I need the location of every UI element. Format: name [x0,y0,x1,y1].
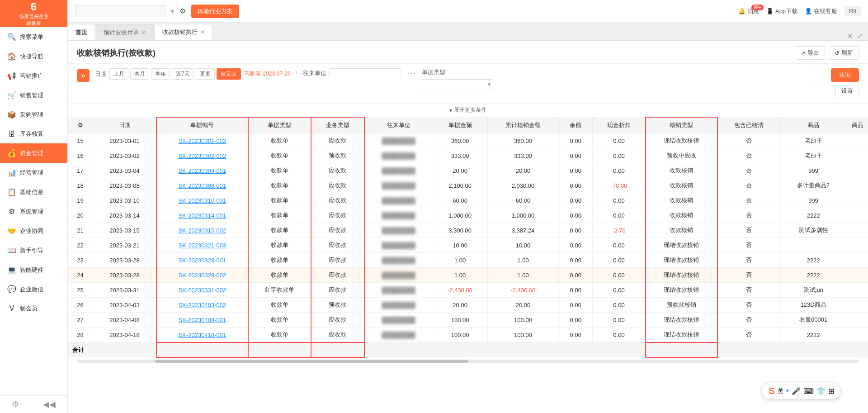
sidebar-item-ops[interactable]: 📊 经营管理 [0,163,67,182]
cell-bill-type: 收款单 [248,148,311,163]
mic-icon[interactable]: 🎤 [792,387,801,395]
sidebar-settings-icon[interactable]: ⚙ [12,399,19,409]
online-service-button[interactable]: 👤 在线客服 [805,7,837,15]
cell-verify-amount: 100.00 [487,328,559,343]
grid-icon[interactable]: ⊞ [828,387,834,395]
sidebar-collapse-icon[interactable]: ◀◀ [43,399,56,409]
cell-counterpart: ████████ [364,313,433,328]
filter-toggle-button[interactable]: » [77,69,90,82]
cell-verify-type: 现结收款核销 [646,328,717,343]
cell-product2 [847,178,868,193]
tab-collection-close[interactable]: ✕ [200,29,205,35]
topbar-search-input[interactable] [75,5,165,17]
sidebar-item-guide[interactable]: 📖 新手引导 [0,241,67,260]
phone-icon: 📱 [766,8,774,14]
sidebar-item-finance[interactable]: 💰 资金管理 [0,143,67,163]
col-header-date[interactable]: 日期 [93,117,156,133]
filter-counterpart-label: 往来单位 [303,69,326,77]
sidebar-item-quicknav[interactable]: 🏠 快捷导航 [0,47,67,66]
shirt-icon[interactable]: 👕 [816,387,826,395]
cell-no: 21 [68,223,93,238]
query-button[interactable]: 查询 [831,68,859,82]
tab-expand-icon[interactable]: ⤢ [857,32,863,40]
solution-button[interactable]: 体验行业方案 [191,5,239,18]
col-header-settings[interactable]: ⚙ [68,117,93,133]
user-name[interactable]: Rit [844,6,861,16]
sidebar-item-system[interactable]: ⚙ 系统管理 [0,202,67,221]
sidebar-bottom: ⚙ ◀◀ [0,395,67,413]
cell-bill-type: 收款单 [248,253,311,268]
col-header-bill-type[interactable]: 单据类型 [248,117,311,133]
setting-button[interactable]: 设置 [835,84,859,98]
col-header-product[interactable]: 商品 [780,117,847,133]
sidebar-label-hardware: 智能硬件 [20,266,43,274]
tab-close-all-icon[interactable]: ✕ [847,32,853,40]
col-header-verify-amount[interactable]: 累计核销金额 [487,117,559,133]
filter-date-thismonth[interactable]: 本月 [130,68,149,80]
col-header-balance[interactable]: 余额 [559,117,593,133]
filter-date-7days[interactable]: 近7天 [172,68,194,80]
cell-no: 28 [68,328,93,343]
refresh-icon: ↺ [835,50,840,57]
sidebar-item-corp[interactable]: 🤝 企业协同 [0,221,67,241]
keyboard-icon[interactable]: ⌨ [803,387,814,395]
cell-bill-amount: 60.00 [433,193,487,208]
cell-verify-amount: 60.00 [487,193,559,208]
sidebar-item-member[interactable]: V 畅会员 [0,299,67,318]
sidebar-item-inventory[interactable]: 🗄 库存核算 [0,124,67,143]
tab-preorder-close[interactable]: ✕ [142,29,146,36]
export-label: 导出 [807,49,819,57]
messages-button[interactable]: 🔔 消息 99+ [738,7,759,15]
col-header-bill-no[interactable]: 单据编号 [156,117,248,133]
cell-verify-type: 现结收款核销 [646,268,717,283]
sidebar-item-wechat[interactable]: 💬 企业微信 [0,280,67,299]
topbar-gear-icon[interactable]: ⚙ [179,7,186,15]
col-header-bill-amount[interactable]: 单据金额 [433,117,487,133]
cell-balance: 0.00 [559,208,593,223]
col-header-include-settled[interactable]: 包含已结清 [717,117,780,133]
filter-date-custom[interactable]: 自定义 [217,68,241,80]
export-button[interactable]: ↗ 导出 [795,46,825,60]
tab-preorder-label: 预计应收付单 [104,28,139,37]
col-header-cash-discount[interactable]: 现金折扣 [593,117,646,133]
app-download-button[interactable]: 📱 App下载 [766,7,797,15]
tab-collection[interactable]: 收款核销执行 ✕ [155,24,212,40]
cell-product: 老白干 [780,133,847,148]
sidebar-item-hardware[interactable]: 💻 智能硬件 [0,260,67,280]
bill-type-input[interactable] [422,79,494,89]
sidebar-item-purchase[interactable]: 📦 采购管理 [0,105,67,124]
col-header-counterpart[interactable]: 往来单位 [364,117,433,133]
marketing-icon: 📢 [7,71,16,80]
col-header-product2[interactable]: 商品 [847,117,868,133]
filter-date-more[interactable]: 更多 [196,68,215,80]
cell-include-settled: 否 [717,163,780,178]
refresh-button[interactable]: ↺ 刷新 [829,46,859,60]
search-icon: 🔍 [7,33,16,41]
horizontal-scrollbar[interactable] [155,360,468,363]
cell-bill-no: SK-20230418-001 [156,328,248,343]
filter-date-lastmonth[interactable]: 上月 [109,68,128,80]
tab-home[interactable]: 首页 [68,24,95,40]
cell-date: 2023-03-21 [93,238,156,253]
cell-no: 23 [68,253,93,268]
col-header-verify-type[interactable]: 核销类型 [646,117,717,133]
tab-preorder[interactable]: 预计应收付单 ✕ [96,24,154,40]
cell-bill-type: 收款单 [248,193,311,208]
sidebar-item-sales[interactable]: 🛒 销售管理 [0,85,67,105]
expand-more-button[interactable]: ▾ 展开更多条件 [449,106,486,114]
cell-cash-discount: 0.00 [593,148,646,163]
cell-counterpart: ████████ [364,223,433,238]
sidebar-item-marketing[interactable]: 📢 营销推广 [0,66,67,85]
cell-bill-amount: 10.00 [433,238,487,253]
cell-balance: 0.00 [559,268,593,283]
cell-bill-amount: 20.00 [433,298,487,313]
sidebar-item-search[interactable]: 🔍 搜索菜单 [0,27,67,47]
counterpart-input[interactable] [329,68,401,78]
filter-date-thisyear[interactable]: 本年 [151,68,170,80]
sidebar-item-basic[interactable]: 📋 基础信息 [0,182,67,202]
col-header-biz-type[interactable]: 业务类型 [311,117,364,133]
cell-balance: 0.00 [559,298,593,313]
cell-date: 2023-04-18 [93,328,156,343]
table-row: 24 2023-03-28 SK-20230328-002 收款单 应收款 ██… [68,268,868,283]
cell-counterpart: ████████ [364,208,433,223]
